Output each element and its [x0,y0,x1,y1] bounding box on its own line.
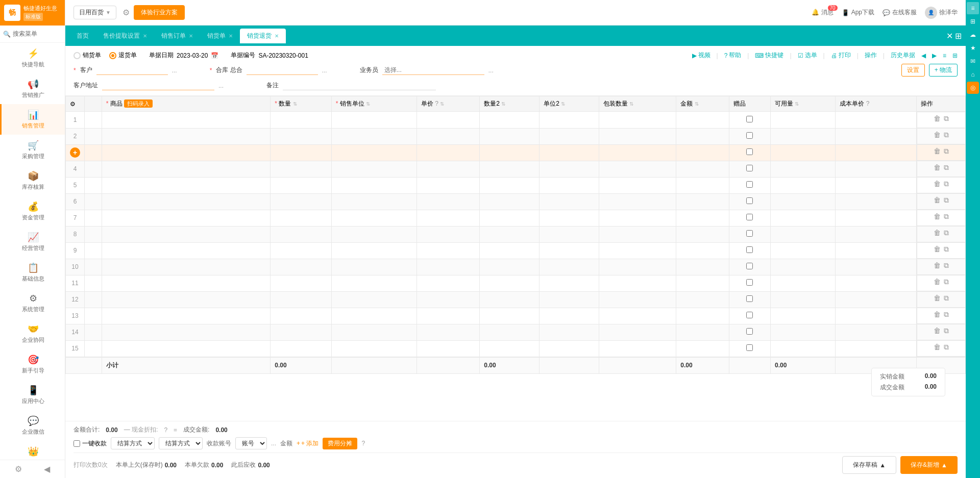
trial-btn[interactable]: 体验行业方案 [134,5,185,20]
cell-unit2[interactable] [540,128,599,144]
cell-amount[interactable] [676,144,729,161]
copy-icon[interactable]: ⧉ [944,163,949,174]
cell-qty[interactable] [271,128,331,144]
account-dots-btn[interactable]: ... [271,440,276,447]
topbar-gear-icon[interactable]: ⚙ [122,8,130,17]
cell-goods-input[interactable] [102,144,271,161]
copy-icon[interactable]: ⧉ [944,310,949,321]
cell-sales-unit[interactable] [331,128,416,144]
remark-input[interactable] [283,81,436,90]
delete-icon[interactable]: 🗑 [934,310,941,321]
cell-pack-qty[interactable] [599,144,676,161]
cell-cost-price[interactable] [836,144,916,161]
sidebar-item-purchase[interactable]: 🛒 采购管理 [0,135,65,165]
sidebar-item-wechat[interactable]: 💬 企业微信 [0,410,65,441]
tab-home[interactable]: 首页 [69,29,96,43]
right-tool-star-btn[interactable]: ★ [967,42,979,54]
warehouse-input[interactable] [247,65,318,75]
right-tool-home-btn[interactable]: ⌂ [967,68,979,81]
copy-icon[interactable]: ⧉ [944,131,949,142]
tab-sales-return[interactable]: 销货退货 ✕ [240,29,286,43]
cell-sales-unit[interactable] [331,112,416,129]
cell-available[interactable] [771,144,836,161]
history-btn[interactable]: 历史单据 [891,51,915,60]
operate-btn[interactable]: 操作 [865,51,877,60]
cell-goods[interactable] [102,112,271,129]
address-dots-btn[interactable]: ... [218,82,224,89]
radio-return[interactable]: 退货单 [109,51,137,60]
cell-qty2[interactable] [480,128,540,144]
add-btn[interactable]: + + 添加 [297,439,318,448]
customer-input[interactable] [96,65,168,75]
delete-icon[interactable]: 🗑 [934,131,941,142]
print-btn[interactable]: 🖨 打印 [831,51,851,60]
right-tool-cloud-btn[interactable]: ☁ [967,29,979,41]
sidebar-item-operation[interactable]: 📈 经营管理 [0,227,65,257]
calendar-icon[interactable]: 📅 [211,52,218,59]
delete-icon[interactable]: 🗑 [934,343,941,354]
cell-unit2[interactable] [540,144,599,161]
cell-qty[interactable] [271,112,331,129]
copy-icon[interactable]: ⧉ [944,294,949,305]
sidebar-item-member[interactable]: 👑 畅会员 [0,441,65,460]
tab-sales-close[interactable]: ✕ [229,33,233,39]
sidebar-item-system[interactable]: ⚙ 系统管理 [0,288,65,318]
sidebar-settings-btn[interactable]: ⚙ [15,464,22,474]
copy-icon[interactable]: ⧉ [944,212,949,223]
cell-gift[interactable] [729,128,770,144]
right-tool-grid-btn[interactable]: ⊞ [967,15,979,28]
delete-icon[interactable]: 🗑 [934,212,941,223]
sidebar-item-shortcut[interactable]: ⚡ 快捷导航 [0,43,65,73]
address-input[interactable] [102,81,214,90]
settle-method-select[interactable]: 结算方式 [111,437,155,449]
cell-available[interactable] [771,112,836,129]
sidebar-item-inventory[interactable]: 📦 库存核算 [0,165,65,196]
cell-qty[interactable] [271,144,331,161]
cell-amount[interactable] [676,112,729,129]
copy-icon[interactable]: ⧉ [944,180,949,191]
radio-sales[interactable]: 销货单 [74,51,101,60]
cell-sales-unit[interactable] [331,144,416,161]
delete-icon[interactable]: 🗑 [934,278,941,289]
sidebar-search[interactable]: 🔍 搜索菜单 [0,26,65,43]
sidebar-item-sales[interactable]: 📊 销售管理 [0,104,65,135]
split-btn[interactable]: 费用分摊 [323,438,357,449]
col-header-gear[interactable]: ⚙ [66,96,85,112]
cell-available[interactable] [771,128,836,144]
delete-icon[interactable]: 🗑 [934,326,941,338]
delete-icon[interactable]: 🗑 [934,114,941,125]
tab-price-settings-close[interactable]: ✕ [143,33,147,39]
scan-btn[interactable]: 扫码录入 [124,99,153,108]
cell-cost-price[interactable] [836,128,916,144]
copy-icon[interactable]: ⧉ [944,326,949,338]
user-menu[interactable]: 👤 徐泽华 [925,7,958,19]
cell-gift[interactable] [729,144,770,161]
cell-amount[interactable] [676,128,729,144]
sidebar-collapse-btn[interactable]: ◀ [44,464,50,474]
split-help-icon[interactable]: ? [361,440,365,447]
next-history-btn[interactable]: ▶ [932,52,937,59]
cell-pack-qty[interactable] [599,112,676,129]
delete-icon[interactable]: 🗑 [934,196,941,207]
copy-icon[interactable]: ⧉ [944,343,949,354]
delete-icon[interactable]: 🗑 [934,229,941,240]
save-new-btn[interactable]: 保存&新增 ▲ [900,456,958,474]
message-btn[interactable]: 🔔 70 消息 [812,8,833,17]
right-tool-list-btn[interactable]: ≡ [967,2,979,14]
customer-dots-btn[interactable]: ... [172,67,177,74]
tab-sales[interactable]: 销货单 ✕ [200,29,240,43]
prev-history-btn[interactable]: ◀ [921,52,926,59]
view-toggle-list[interactable]: ≡ [943,52,946,59]
logistics-btn[interactable]: + 物流 [929,64,958,77]
one-click-pay-checkbox[interactable]: 一键收款 [74,439,107,448]
discount-help-icon[interactable]: ? [164,426,167,434]
cell-unit-price[interactable] [416,128,480,144]
cell-gift[interactable] [729,112,770,129]
cell-qty2[interactable] [480,144,540,161]
delete-icon[interactable]: 🗑 [934,294,941,305]
unit-price-help-icon[interactable]: ? [435,100,438,107]
right-tool-special-btn[interactable]: ◎ [967,82,979,94]
delete-icon[interactable]: 🗑 [934,163,941,174]
sidebar-item-apps[interactable]: 📱 应用中心 [0,380,65,410]
copy-icon[interactable]: ⧉ [944,196,949,207]
